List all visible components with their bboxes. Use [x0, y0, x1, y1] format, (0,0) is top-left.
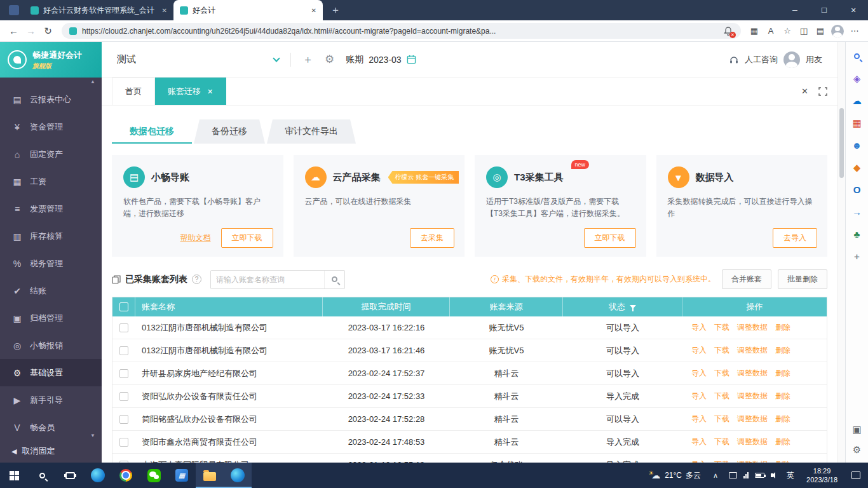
- row-checkbox[interactable]: [119, 323, 128, 332]
- drop-cloud-icon[interactable]: ☁: [852, 95, 862, 106]
- action-download-link[interactable]: 下载: [714, 322, 729, 333]
- action-delete-link[interactable]: 删除: [775, 391, 790, 402]
- sidebar-item-inventory[interactable]: ▥库存核算: [0, 222, 102, 250]
- more-menu-icon[interactable]: ⋯: [846, 26, 863, 36]
- subtab-audit-file-export[interactable]: 审计文件导出: [267, 119, 356, 144]
- data-import-button[interactable]: 去导入: [773, 228, 817, 248]
- subtab-backup-migrate[interactable]: 备份迁移: [194, 119, 265, 144]
- search-icon[interactable]: [324, 271, 344, 288]
- browser-tab-active[interactable]: 好会计 ✕: [173, 0, 323, 20]
- battery-icon[interactable]: [755, 473, 764, 478]
- sidebar-panel-icon[interactable]: ▣: [852, 424, 861, 435]
- action-adjust-link[interactable]: 调整数据: [737, 368, 768, 379]
- user-avatar[interactable]: [783, 51, 800, 68]
- docs-app-icon[interactable]: ▦: [168, 463, 196, 488]
- account-set-dropdown[interactable]: 测试: [117, 53, 279, 65]
- action-import-link[interactable]: 导入: [691, 437, 707, 447]
- row-checkbox[interactable]: [119, 346, 128, 355]
- action-import-link[interactable]: 导入: [691, 322, 707, 333]
- sidebar-item-member[interactable]: V畅会员: [0, 414, 102, 431]
- sidebar-item-reimburse[interactable]: ◎小畅报销: [0, 332, 102, 359]
- network-icon[interactable]: [743, 472, 749, 478]
- action-delete-link[interactable]: 删除: [775, 322, 790, 333]
- file-explorer-icon[interactable]: [196, 463, 224, 488]
- sidebar-item-funds[interactable]: ¥资金管理: [0, 113, 102, 140]
- action-delete-link[interactable]: 删除: [775, 414, 790, 424]
- action-delete-link[interactable]: 删除: [775, 345, 790, 356]
- action-import-link[interactable]: 导入: [691, 414, 707, 424]
- microsoft365-icon[interactable]: ▦: [852, 118, 861, 128]
- action-delete-link[interactable]: 删除: [775, 368, 790, 379]
- page-tab-close-icon[interactable]: ✕: [207, 88, 213, 96]
- sidebar-item-cloud-report[interactable]: ▤云报表中心: [0, 86, 102, 113]
- people-icon[interactable]: ☻: [852, 140, 862, 151]
- favorite-star-icon[interactable]: ☆: [779, 26, 796, 36]
- scrollbar-thumb[interactable]: [839, 108, 844, 178]
- page-scrollbar[interactable]: [837, 42, 845, 463]
- refresh-icon[interactable]: ↻: [39, 22, 57, 39]
- t3-tool-button[interactable]: 立即下载: [584, 228, 636, 248]
- start-button[interactable]: [0, 463, 28, 488]
- action-import-link[interactable]: 导入: [691, 391, 707, 402]
- notifications-blocked-icon[interactable]: ✕: [723, 26, 733, 36]
- taskbar-clock[interactable]: 18:29 2023/3/18: [800, 466, 844, 484]
- sidebar-settings-icon[interactable]: ⚙: [853, 444, 861, 455]
- performance-icon[interactable]: →: [852, 207, 862, 217]
- help-icon[interactable]: ?: [192, 274, 201, 284]
- weather-widget[interactable]: ☀☁ 21°C 多云: [642, 470, 707, 481]
- wechat-icon[interactable]: [140, 463, 168, 488]
- action-download-link[interactable]: 下载: [714, 437, 729, 447]
- action-download-link[interactable]: 下载: [714, 345, 729, 356]
- tray-expand-icon[interactable]: ∧: [707, 471, 724, 480]
- sidebar-item-archive[interactable]: ▣归档管理: [0, 304, 102, 332]
- sidebar-item-guide[interactable]: ▶新手引导: [0, 386, 102, 414]
- row-checkbox[interactable]: [119, 438, 128, 447]
- apps-grid-icon[interactable]: ▦: [746, 26, 763, 36]
- monitor-icon[interactable]: [729, 472, 737, 478]
- sidebar-item-closing[interactable]: ✔结账: [0, 277, 102, 304]
- cloud-collect-button[interactable]: 去采集: [410, 228, 454, 248]
- sidebar-item-settings[interactable]: ⚙基础设置: [0, 359, 102, 386]
- calendar-icon[interactable]: [407, 55, 416, 64]
- chrome-icon[interactable]: [112, 463, 140, 488]
- row-checkbox[interactable]: [119, 392, 128, 401]
- sidebar-scroll-down-icon[interactable]: ▼: [0, 431, 102, 440]
- merge-books-button[interactable]: 合并账套: [722, 269, 771, 289]
- games-icon[interactable]: ◆: [853, 162, 861, 173]
- action-adjust-link[interactable]: 调整数据: [737, 322, 768, 333]
- edge-active-window-icon[interactable]: [224, 463, 252, 488]
- tab-close-icon[interactable]: ✕: [162, 7, 167, 14]
- page-tab-home[interactable]: 首页: [112, 78, 155, 105]
- action-download-link[interactable]: 下载: [714, 391, 729, 402]
- subtab-data-package-migrate[interactable]: 数据包迁移: [112, 119, 192, 144]
- support-link[interactable]: 人工咨询: [745, 54, 778, 65]
- sidebar-item-invoice[interactable]: ≡发票管理: [0, 195, 102, 222]
- search-input[interactable]: [211, 271, 324, 288]
- select-all-checkbox[interactable]: [119, 302, 128, 311]
- new-tab-button[interactable]: ＋: [323, 4, 348, 17]
- favorites-bar-icon[interactable]: ▤: [812, 26, 829, 36]
- back-icon[interactable]: ←: [5, 22, 22, 39]
- minimize-button[interactable]: ─: [780, 0, 810, 20]
- settings-gear-icon[interactable]: ⚙: [325, 53, 334, 66]
- help-doc-link[interactable]: 帮助文档: [180, 233, 211, 243]
- split-screen-icon[interactable]: ◫: [796, 26, 812, 36]
- sidebar-item-payroll[interactable]: ▦工资: [0, 168, 102, 195]
- action-adjust-link[interactable]: 调整数据: [737, 414, 768, 424]
- add-account-set-icon[interactable]: ＋: [302, 52, 313, 67]
- fullscreen-icon[interactable]: [818, 87, 827, 96]
- username[interactable]: 用友: [806, 54, 822, 65]
- batch-delete-button[interactable]: 批量删除: [778, 269, 827, 289]
- ledger-export-button[interactable]: 立即下载: [221, 228, 273, 248]
- sidebar-item-fixed-assets[interactable]: ⌂固定资产: [0, 140, 102, 168]
- action-download-link[interactable]: 下载: [714, 414, 729, 424]
- action-delete-link[interactable]: 删除: [775, 437, 790, 447]
- address-bar[interactable]: https://cloud2.chanjet.com/accounting/uh…: [62, 23, 741, 39]
- task-view-button[interactable]: [56, 463, 84, 488]
- action-import-link[interactable]: 导入: [691, 368, 707, 379]
- accounting-period[interactable]: 账期 2023-03: [346, 54, 416, 65]
- action-adjust-link[interactable]: 调整数据: [737, 345, 768, 356]
- read-aloud-icon[interactable]: A: [763, 26, 779, 36]
- bing-search-icon[interactable]: [854, 51, 860, 62]
- action-adjust-link[interactable]: 调整数据: [737, 437, 768, 447]
